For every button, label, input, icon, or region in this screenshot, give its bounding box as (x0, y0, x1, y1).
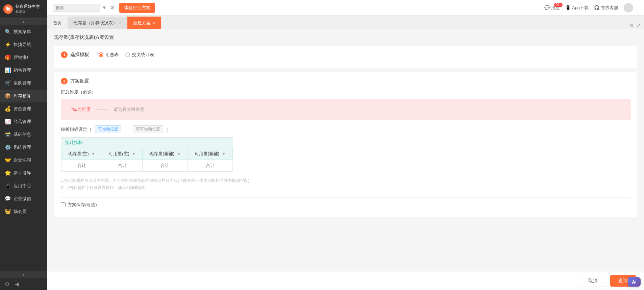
message-icon: 💬 (544, 5, 550, 10)
collapse-icon[interactable]: ◀ (15, 281, 19, 287)
logo-text: 畅康通好生意 标准版 (16, 4, 40, 14)
col-header-3[interactable]: 现存量(基辅) ▼ (143, 148, 188, 160)
dimension-placeholder: 请选择分组维度 (114, 106, 144, 113)
radio-summary-label: 汇总表 (105, 52, 119, 58)
stats-table: 现存量(主) ▼ 可用量(主) ▼ 现存量(基辅) ▼ 可用量(基辅) ▼ 合计… (61, 148, 233, 172)
radio-cross[interactable]: 交叉统计表 (125, 52, 154, 58)
sidebar-label-inventory: 库存核算 (14, 93, 31, 99)
cooperation-icon: 🤝 (5, 157, 11, 163)
save-option: 方案保存(可选) (61, 202, 630, 208)
trial-button[interactable]: 体验行业方案 (119, 3, 155, 13)
sidebar-item-marketing[interactable]: 🎁营销推广 (0, 51, 47, 64)
step1-badge: 1 (61, 51, 68, 58)
col-header-4[interactable]: 可用量(基辅) ▼ (188, 148, 232, 160)
dimension-arrow: —— (96, 106, 108, 113)
sidebar-item-basic-info[interactable]: 🗃️基础信息 (0, 128, 47, 141)
cancel-button[interactable]: 取消 (580, 275, 606, 287)
step1-section: 1 选择模板 汇总表 交叉统计表 (54, 46, 637, 68)
col-header-2[interactable]: 可用量(主) ▼ (102, 148, 143, 160)
tab-inventory[interactable]: 现存量（库存状况表） × (68, 17, 127, 29)
col-header-1[interactable]: 现存量(主) ▼ (61, 148, 102, 160)
sidebar-label-operations: 经营管理 (14, 119, 31, 125)
dimension-box[interactable]: *纵向维度 —— 请选择分组维度 (61, 99, 630, 120)
finance-icon: 💰 (5, 106, 11, 112)
stats-table-body-row: 合计 合计 合计 合计 (61, 160, 233, 172)
cell-1-4: 合计 (188, 160, 232, 172)
sidebar-item-quick-nav[interactable]: ⚡快捷导航 (0, 38, 47, 51)
cell-1-2: 合计 (102, 160, 143, 172)
online-service-button[interactable]: 🎧 在线客服 (594, 5, 618, 11)
sidebar-item-purchase[interactable]: 🛒采购管理 (0, 77, 47, 90)
step2-title: 方案配置 (70, 78, 89, 84)
search-button[interactable]: ▼ (102, 5, 106, 10)
cell-1-1: 合计 (61, 160, 102, 172)
tab-close-all-icon[interactable]: ✕ (629, 22, 634, 29)
tab-expand-icon[interactable]: ⤢ (636, 22, 641, 29)
wechat-icon: 💬 (5, 196, 11, 202)
sidebar-item-finance[interactable]: 💰资金管理 (0, 102, 47, 115)
sidebar-item-wechat[interactable]: 💬企业微信 (0, 192, 47, 205)
step1-title: 选择模板 (70, 52, 89, 58)
indicator-settings: 模板指标设定（ 可拖动位置 不可拖动位置 ） (61, 125, 630, 133)
sidebar-label-cooperation: 企业协同 (14, 157, 31, 163)
tab-inventory-close[interactable]: × (119, 21, 122, 25)
sidebar-scroll-up[interactable]: ▲ (0, 19, 47, 25)
template-options: 汇总表 交叉统计表 (99, 52, 154, 58)
sidebar: 畅 畅康通好生意 标准版 ▲ 🔍搜索菜单⚡快捷导航🎁营销推广📊销售管理🛒采购管理… (0, 0, 47, 290)
service-label: 在线客服 (601, 5, 618, 11)
stats-table-wrapper: 统计指标 现存量(主) ▼ 可用量(主) ▼ 现存量(基辅) ▼ 可用量(基辅)… (61, 137, 233, 172)
sidebar-item-search-menu[interactable]: 🔍搜索菜单 (0, 25, 47, 38)
stats-table-header-row: 现存量(主) ▼ 可用量(主) ▼ 现存量(基辅) ▼ 可用量(基辅) ▼ (61, 148, 233, 160)
sidebar-item-newbie[interactable]: 🌟新手引导 (0, 167, 47, 179)
sidebar-label-quick-nav: 快捷导航 (14, 42, 31, 48)
topbar-right: 💬 消息 99+ 📱 App下载 🎧 在线客服 (544, 3, 639, 13)
app-logo: 畅 畅康通好生意 标准版 (0, 0, 47, 19)
save-checkbox[interactable] (61, 202, 66, 207)
sidebar-item-sales[interactable]: 📊销售管理 (0, 64, 47, 77)
gear-icon[interactable]: ⚙ (110, 4, 115, 11)
tab-new-scheme[interactable]: 新建方案 × (127, 17, 161, 29)
app-download-button[interactable]: 📱 App下载 (565, 5, 589, 11)
search-input[interactable] (53, 4, 100, 12)
sidebar-nav: 🔍搜索菜单⚡快捷导航🎁营销推广📊销售管理🛒采购管理📦库存核算💰资金管理📈经营管理… (0, 25, 47, 271)
sidebar-bottom: ⚙ ◀ (0, 278, 47, 290)
radio-cross-circle (125, 52, 130, 57)
sidebar-item-operations[interactable]: 📈经营管理 (0, 115, 47, 128)
members-icon: 👑 (5, 209, 11, 215)
logo-icon: 畅 (3, 4, 13, 14)
avatar[interactable] (624, 3, 633, 13)
tab-new-scheme-label: 新建方案 (133, 20, 151, 26)
bottom-bar: 取消 查询 (47, 271, 644, 290)
step1-header: 1 选择模板 汇总表 交叉统计表 (61, 51, 630, 58)
ai-badge[interactable]: Ai (628, 277, 641, 287)
sidebar-item-system[interactable]: ⚙️系统管理 (0, 141, 47, 154)
sidebar-label-search-menu: 搜索菜单 (14, 29, 31, 35)
messages-button[interactable]: 💬 消息 99+ (544, 5, 560, 11)
sidebar-label-sales: 销售管理 (14, 67, 31, 73)
step2-header: 2 方案配置 (61, 78, 630, 84)
sidebar-scroll-down[interactable]: ▼ (0, 271, 47, 278)
settings-icon[interactable]: ⚙ (5, 281, 9, 287)
tab-new-scheme-close[interactable]: × (153, 21, 155, 25)
sales-icon: 📊 (5, 67, 11, 73)
service-icon: 🎧 (594, 5, 599, 10)
app-download-icon: 📱 (565, 5, 571, 10)
newbie-icon: 🌟 (5, 170, 11, 176)
sidebar-label-marketing: 营销推广 (14, 54, 31, 61)
sidebar-item-apps[interactable]: 📱应用中心 (0, 179, 47, 192)
tab-home[interactable]: 首页 (47, 17, 68, 29)
app-download-label: App下载 (572, 5, 589, 11)
step2-badge: 2 (61, 78, 68, 84)
dimension-required-label: *纵向维度 (71, 106, 91, 113)
tab-inventory-label: 现存量（库存状况表） (73, 20, 117, 26)
tips-section: 1.拖动标题栏可以调整布局，不可跨维度或指标区域拖动栏目字段(只能在同一维度或指… (61, 178, 630, 191)
step2-section: 2 方案配置 汇总维度（必选） *纵向维度 —— 请选择分组维度 模板指标设定（… (54, 72, 637, 217)
topbar-search: ▼ (53, 4, 106, 12)
sidebar-item-inventory[interactable]: 📦库存核算 (0, 90, 47, 102)
save-option-label: 方案保存(可选) (68, 202, 97, 208)
indicator-settings-close-paren: ） (167, 126, 171, 132)
purchase-icon: 🛒 (5, 80, 11, 86)
radio-summary[interactable]: 汇总表 (99, 52, 119, 58)
sidebar-item-members[interactable]: 👑畅会员 (0, 205, 47, 218)
sidebar-item-cooperation[interactable]: 🤝企业协同 (0, 154, 47, 167)
